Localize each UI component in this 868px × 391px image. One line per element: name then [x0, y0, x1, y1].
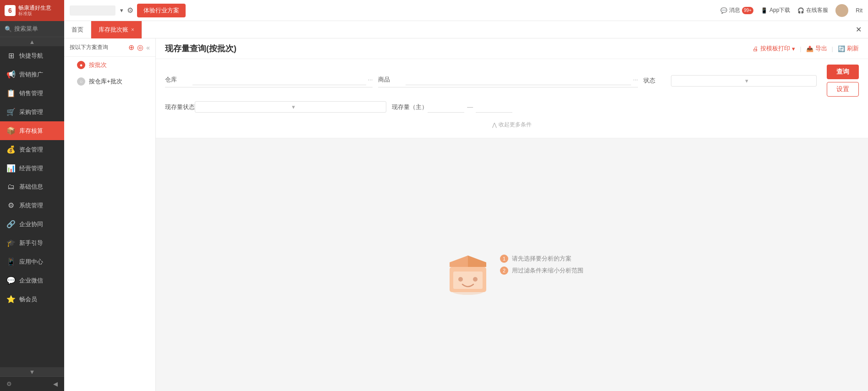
query-button[interactable]: 查询: [827, 65, 859, 79]
right-content: 现存量查询(按批次) 🖨 按模板打印 ▾ | 📤 导出 | 🔄: [156, 38, 868, 391]
settings-button[interactable]: 设置: [827, 82, 859, 97]
scheme-item-batch[interactable]: ● 按批次: [64, 57, 155, 73]
app-download-button[interactable]: 📱 App下载: [761, 6, 790, 14]
sidebar-item-newbie[interactable]: 🎓 新手引导: [0, 234, 64, 252]
sidebar-item-operations[interactable]: 📊 经营管理: [0, 159, 64, 178]
sidebar-item-purchase[interactable]: 🛒 采购管理: [0, 103, 64, 121]
scheme-label: 按批次: [89, 61, 107, 69]
sidebar-item-weixin[interactable]: 💬 企业微信: [0, 271, 64, 290]
empty-state-content: 1 请先选择要分析的方案 2 用过滤条件来缩小分析范围: [440, 242, 583, 288]
filter-row-1: 仓库 ··· 商品 ··· 状态 ▾: [165, 65, 859, 97]
try-industry-button[interactable]: 体验行业方案: [137, 4, 186, 17]
stock-status-select[interactable]: ▾: [195, 101, 386, 113]
sidebar-item-appstore[interactable]: 📱 应用中心: [0, 252, 64, 271]
search-icon: 🔍: [5, 26, 12, 33]
stock-status-field: 现存量状态 ▾: [165, 101, 386, 113]
tab-close-icon[interactable]: ×: [131, 27, 134, 33]
system-icon: ⚙: [6, 201, 16, 210]
warehouse-label: 仓库: [165, 76, 192, 84]
app-name-block: 畅康通好生意 标准版: [18, 5, 51, 16]
online-service-button[interactable]: 🎧 在线客服: [797, 6, 828, 14]
qty-label: 现存量（主）: [392, 103, 428, 111]
sidebar-scroll-up[interactable]: ▲: [0, 37, 64, 46]
collapse-sidebar-icon[interactable]: ◀: [53, 380, 58, 387]
sidebar-item-enterprise[interactable]: 🔗 企业协同: [0, 215, 64, 234]
tab-inventory-batch[interactable]: 库存批次账 ×: [91, 21, 142, 38]
app-name: 畅康通好生意: [18, 5, 51, 11]
scheme-item-warehouse-batch[interactable]: ○ 按仓库+批次: [64, 73, 155, 90]
page-title: 现存量查询(按批次): [165, 43, 236, 54]
app-edition: 标准版: [18, 11, 51, 16]
svg-marker-4: [468, 255, 486, 267]
messages-label: 消息: [729, 6, 740, 14]
sidebar-search-label: 搜索菜单: [14, 25, 38, 33]
sidebar-item-basics[interactable]: 🗂 基础信息: [0, 178, 64, 196]
sidebar-item-quick-nav[interactable]: ⊞ 快捷导航: [0, 46, 64, 65]
headset-icon: 🎧: [797, 7, 804, 14]
add-scheme-icon[interactable]: ⊕: [128, 43, 134, 52]
qty-to-input[interactable]: [476, 102, 512, 113]
goods-more-icon[interactable]: ···: [633, 76, 638, 83]
goods-field: 商品 ···: [378, 74, 638, 87]
print-dropdown-icon[interactable]: ▾: [792, 45, 795, 52]
tab-home[interactable]: 首页: [64, 21, 91, 38]
collapse-more-button[interactable]: ⋀ 收起更多条件: [165, 117, 859, 132]
target-icon[interactable]: ◎: [137, 43, 143, 52]
sidebar-item-finance[interactable]: 💰 资金管理: [0, 140, 64, 159]
tab-panel-close-button[interactable]: ✕: [849, 25, 868, 34]
tip-1-num: 1: [500, 255, 508, 263]
sidebar-item-label: 销售管理: [19, 89, 43, 98]
purchase-icon: 🛒: [6, 108, 16, 116]
sidebar-search-bar[interactable]: 🔍 搜索菜单: [0, 21, 64, 37]
breadcrumb-dropdown-icon[interactable]: ▾: [120, 7, 123, 14]
tip-2-text: 用过滤条件来缩小分析范围: [512, 266, 583, 275]
svg-point-5: [458, 277, 463, 282]
sidebar-item-system[interactable]: ⚙ 系统管理: [0, 196, 64, 215]
warehouse-field: 仓库 ···: [165, 74, 373, 87]
sidebar-item-label: 企业协同: [19, 220, 43, 228]
status-select[interactable]: ▾: [671, 75, 817, 87]
sidebar-item-marketing[interactable]: 📢 营销推广: [0, 65, 64, 84]
settings-icon[interactable]: ⚙: [6, 380, 12, 387]
divider-1: |: [800, 45, 801, 52]
sidebar: 6 畅康通好生意 标准版 🔍 搜索菜单 ▲ ⊞ 快捷导航 📢 营销推广 📋 销售…: [0, 0, 64, 391]
svg-marker-3: [450, 255, 468, 267]
topbar-gear-icon[interactable]: ⚙: [127, 6, 133, 15]
left-panel-actions: ⊕ ◎ «: [128, 43, 150, 52]
sidebar-item-label: 企业微信: [19, 277, 43, 285]
export-button[interactable]: 📤 导出: [806, 44, 827, 53]
status-label: 状态: [643, 76, 671, 85]
topbar-right-actions: 💬 消息 99+ 📱 App下载 🎧 在线客服 Rit: [720, 4, 863, 17]
page-header: 现存量查询(按批次) 🖨 按模板打印 ▾ | 📤 导出 | 🔄: [156, 38, 868, 59]
messages-button[interactable]: 💬 消息 99+: [720, 6, 753, 14]
member-icon: ⭐: [6, 295, 16, 304]
refresh-label: 刷新: [847, 44, 859, 53]
sidebar-item-sales[interactable]: 📋 销售管理: [0, 84, 64, 103]
sidebar-item-label: 系统管理: [19, 201, 43, 210]
marketing-icon: 📢: [6, 70, 16, 79]
user-avatar[interactable]: [835, 4, 848, 17]
sidebar-item-label: 库存核算: [19, 127, 43, 135]
sidebar-item-label: 资金管理: [19, 146, 43, 154]
sidebar-nav: ⊞ 快捷导航 📢 营销推广 📋 销售管理 🛒 采购管理 📦 库存核算 💰 资金管…: [0, 46, 64, 367]
breadcrumb-input[interactable]: [70, 5, 115, 16]
empty-state: 1 请先选择要分析的方案 2 用过滤条件来缩小分析范围: [156, 138, 868, 391]
goods-input[interactable]: [406, 74, 631, 85]
warehouse-more-icon[interactable]: ···: [368, 76, 373, 83]
refresh-button[interactable]: 🔄 刷新: [838, 44, 859, 53]
sidebar-item-label: 应用中心: [19, 258, 43, 266]
collapse-panel-icon[interactable]: «: [146, 44, 150, 51]
print-button[interactable]: 🖨 按模板打印 ▾: [753, 44, 795, 53]
warehouse-input[interactable]: [192, 74, 366, 85]
empty-illustration: [440, 242, 486, 288]
sidebar-item-inventory[interactable]: 📦 库存核算: [0, 121, 64, 140]
sidebar-item-member[interactable]: ⭐ 畅会员: [0, 290, 64, 309]
topbar: ▾ ⚙ 体验行业方案 💬 消息 99+ 📱 App下载 🎧 在线客服 Rit: [64, 0, 868, 21]
sidebar-scroll-down[interactable]: ▼: [0, 367, 64, 376]
online-service-label: 在线客服: [806, 6, 828, 14]
sidebar-footer: ⚙ ◀: [0, 376, 64, 391]
left-panel-header: 按以下方案查询 ⊕ ◎ «: [64, 38, 155, 57]
qty-from-input[interactable]: [428, 102, 464, 113]
username-label[interactable]: Rit: [856, 7, 863, 14]
tab-inventory-batch-label: 库存批次账: [99, 26, 128, 34]
